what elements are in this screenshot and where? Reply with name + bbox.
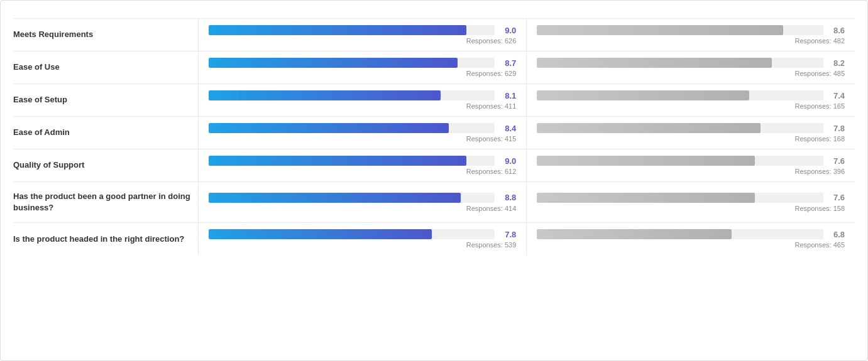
primary-score: 8.4 (498, 124, 516, 133)
secondary-bar-cell: 8.6Responses: 482 (527, 19, 855, 51)
secondary-score: 8.6 (827, 26, 845, 35)
primary-score: 9.0 (498, 26, 516, 35)
secondary-score: 7.4 (827, 91, 845, 100)
secondary-score: 7.6 (827, 156, 845, 166)
secondary-bar-wrapper: 7.6 (537, 156, 845, 166)
primary-bar-wrapper: 7.8 (209, 229, 516, 239)
primary-bar-fill (209, 58, 458, 68)
primary-bar-track (209, 156, 495, 166)
row-label: Meets Requirements (13, 19, 199, 51)
secondary-score: 7.8 (827, 124, 845, 133)
secondary-bar-cell: 7.4Responses: 165 (527, 84, 855, 117)
primary-bar-fill (209, 229, 432, 239)
primary-bar-wrapper: 8.8 (209, 193, 516, 203)
primary-bar-fill (209, 156, 466, 166)
secondary-bar-track (537, 58, 823, 68)
primary-bar-track (209, 25, 495, 35)
primary-bar-wrapper: 8.1 (209, 90, 516, 100)
row-label: Ease of Use (13, 51, 199, 84)
secondary-responses: Responses: 485 (537, 70, 845, 77)
secondary-responses: Responses: 165 (537, 102, 845, 110)
secondary-bar-cell: 8.2Responses: 485 (527, 51, 855, 84)
row-label: Quality of Support (13, 149, 199, 182)
primary-bar-wrapper: 8.4 (209, 123, 516, 133)
secondary-bar-wrapper: 7.6 (537, 193, 845, 203)
primary-responses: Responses: 629 (209, 70, 516, 77)
primary-bar-fill (209, 25, 466, 35)
primary-bar-cell: 9.0Responses: 612 (199, 149, 527, 182)
row-label: Is the product headed in the right direc… (13, 223, 199, 256)
secondary-bar-wrapper: 7.8 (537, 123, 845, 133)
secondary-bar-fill (537, 25, 783, 35)
secondary-score: 8.2 (827, 58, 845, 68)
secondary-bar-track (537, 229, 823, 239)
primary-responses: Responses: 612 (209, 168, 516, 175)
secondary-bar-track (537, 25, 823, 35)
secondary-responses: Responses: 465 (537, 241, 845, 249)
primary-bar-cell: 9.0Responses: 626 (199, 19, 527, 51)
primary-score: 8.7 (498, 58, 516, 68)
primary-bar-wrapper: 8.7 (209, 58, 516, 68)
row-label: Has the product been a good partner in d… (13, 182, 199, 223)
primary-bar-track (209, 90, 495, 100)
primary-bar-cell: 8.1Responses: 411 (199, 84, 527, 117)
secondary-bar-track (537, 156, 823, 166)
primary-bar-cell: 8.8Responses: 414 (199, 182, 527, 223)
primary-bar-wrapper: 9.0 (209, 156, 516, 166)
secondary-responses: Responses: 158 (537, 205, 845, 212)
secondary-responses: Responses: 482 (537, 37, 845, 45)
primary-bar-track (209, 58, 495, 68)
primary-score: 8.8 (498, 193, 516, 202)
secondary-bar-fill (537, 193, 754, 203)
ratings-card: Meets Requirements9.0Responses: 6268.6Re… (0, 0, 868, 361)
secondary-bar-wrapper: 8.6 (537, 25, 845, 35)
row-label: Ease of Setup (13, 84, 199, 117)
table-row: Ease of Setup8.1Responses: 4117.4Respons… (13, 84, 855, 117)
ratings-table: Meets Requirements9.0Responses: 6268.6Re… (13, 18, 855, 255)
table-row: Meets Requirements9.0Responses: 6268.6Re… (13, 19, 855, 51)
secondary-bar-wrapper: 7.4 (537, 90, 845, 100)
secondary-bar-wrapper: 8.2 (537, 58, 845, 68)
secondary-bar-wrapper: 6.8 (537, 229, 845, 239)
primary-responses: Responses: 411 (209, 102, 516, 110)
secondary-responses: Responses: 168 (537, 135, 845, 143)
primary-responses: Responses: 414 (209, 205, 516, 212)
secondary-bar-fill (537, 123, 760, 133)
primary-responses: Responses: 415 (209, 135, 516, 143)
secondary-bar-cell: 7.8Responses: 168 (527, 117, 855, 149)
secondary-bar-track (537, 193, 823, 203)
primary-score: 8.1 (498, 91, 516, 100)
primary-bar-cell: 8.4Responses: 415 (199, 117, 527, 149)
secondary-bar-cell: 7.6Responses: 158 (527, 182, 855, 223)
primary-bar-cell: 8.7Responses: 629 (199, 51, 527, 84)
secondary-bar-fill (537, 156, 754, 166)
secondary-score: 6.8 (827, 230, 845, 239)
secondary-bar-cell: 6.8Responses: 465 (527, 223, 855, 256)
secondary-score: 7.6 (827, 193, 845, 202)
primary-responses: Responses: 626 (209, 37, 516, 45)
primary-bar-track (209, 123, 495, 133)
secondary-bar-fill (537, 58, 772, 68)
secondary-responses: Responses: 396 (537, 168, 845, 175)
primary-bar-track (209, 229, 495, 239)
primary-bar-fill (209, 90, 441, 100)
table-row: Is the product headed in the right direc… (13, 223, 855, 256)
secondary-bar-track (537, 123, 823, 133)
secondary-bar-cell: 7.6Responses: 396 (527, 149, 855, 182)
primary-bar-wrapper: 9.0 (209, 25, 516, 35)
secondary-bar-fill (537, 90, 749, 100)
table-row: Ease of Admin8.4Responses: 4157.8Respons… (13, 117, 855, 149)
secondary-bar-fill (537, 229, 732, 239)
primary-score: 9.0 (498, 156, 516, 166)
table-row: Ease of Use8.7Responses: 6298.2Responses… (13, 51, 855, 84)
primary-bar-fill (209, 193, 461, 203)
primary-responses: Responses: 539 (209, 241, 516, 249)
secondary-bar-track (537, 90, 823, 100)
row-label: Ease of Admin (13, 117, 199, 149)
primary-bar-fill (209, 123, 449, 133)
table-row: Has the product been a good partner in d… (13, 182, 855, 223)
primary-bar-cell: 7.8Responses: 539 (199, 223, 527, 256)
primary-bar-track (209, 193, 495, 203)
table-row: Quality of Support9.0Responses: 6127.6Re… (13, 149, 855, 182)
primary-score: 7.8 (498, 230, 516, 239)
